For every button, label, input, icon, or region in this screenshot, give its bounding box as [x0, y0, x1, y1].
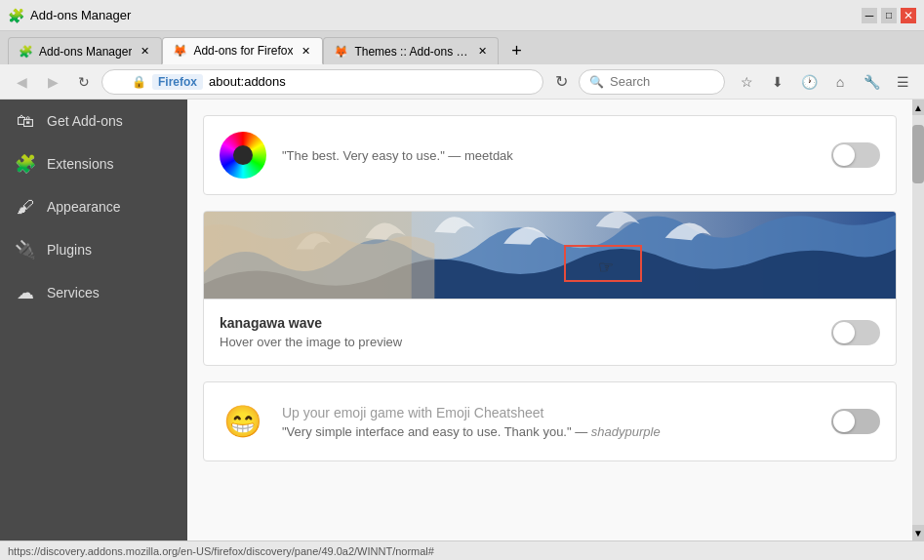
status-url: https://discovery.addons.mozilla.org/en-…: [8, 545, 434, 557]
color-wheel-inner: [233, 145, 253, 165]
tab-close-2[interactable]: ✕: [299, 44, 312, 58]
sidebar-item-plugins[interactable]: 🔌 Plugins: [0, 228, 187, 271]
addon-card-2: ☞ kanagawa wave Hover over the image to …: [203, 211, 897, 366]
bookmarks-icon[interactable]: ☆: [733, 68, 760, 96]
toggle-thumb-1: [833, 144, 855, 166]
search-input[interactable]: [610, 74, 714, 89]
forward-button[interactable]: ▶: [39, 68, 66, 96]
tab-addons-manager[interactable]: 🧩 Add-ons Manager ✕: [8, 37, 162, 64]
toggle-thumb-2: [833, 322, 855, 343]
search-box: 🔍: [579, 69, 725, 95]
tab-close-3[interactable]: ✕: [477, 45, 489, 59]
sidebar: 🛍 Get Add-ons 🧩 Extensions 🖌 Appearance …: [0, 100, 187, 540]
content-area: "The best. Very easy to use." — meetdak: [187, 100, 912, 540]
reload-button[interactable]: ↻: [70, 68, 98, 96]
toggle-3[interactable]: [831, 409, 880, 434]
color-wheel-icon: [220, 132, 266, 179]
search-icon: 🔍: [589, 75, 604, 89]
window-title: Add-ons Manager: [30, 8, 131, 22]
addon-title-3: Up your emoji game with Emoji Cheatsheet: [282, 405, 816, 420]
nav-bar: ◀ ▶ ↻ 🔒 Firefox ↻ 🔍 ☆ ⬇ 🕐 ⌂ 🔧 ☰: [0, 64, 924, 100]
bag-icon: 🛍: [16, 111, 35, 131]
tab-icon: 🧩: [19, 45, 33, 59]
scrollbar-thumb[interactable]: [912, 125, 924, 183]
plugin-icon: 🔌: [16, 240, 35, 260]
emoji-icon: 😁: [220, 398, 266, 445]
firefox-badge: Firefox: [152, 74, 203, 90]
scroll-down-button[interactable]: ▼: [912, 525, 924, 540]
addon-desc-3: "Very simple interface and easy to use. …: [282, 424, 816, 439]
puzzle-icon: 🧩: [16, 154, 35, 174]
nav-icons: ☆ ⬇ 🕐 ⌂ 🔧 ☰: [733, 68, 916, 96]
menu-icon[interactable]: ☰: [889, 68, 916, 96]
url-bar[interactable]: 🔒 Firefox: [101, 69, 543, 95]
addon-info-2: kanagawa wave Hover over the image to pr…: [220, 315, 816, 349]
addon-quote-3: "Very simple interface and easy to use. …: [282, 424, 591, 439]
maximize-button[interactable]: □: [881, 8, 897, 23]
toggle-thumb-3: [833, 411, 855, 432]
addon-quote-1: "The best. Very easy to use." — meetdak: [282, 148, 816, 163]
tab-label: Add-ons Manager: [39, 45, 132, 59]
wave-svg: [204, 212, 896, 299]
reload-button-2[interactable]: ↻: [547, 68, 575, 96]
addon-card-1: "The best. Very easy to use." — meetdak: [203, 115, 897, 195]
tab-close-1[interactable]: ✕: [138, 45, 151, 59]
tab-icon-3: 🦊: [334, 45, 348, 59]
scrollbar: ▲ ▼: [912, 100, 924, 540]
addon-card-3: 😁 Up your emoji game with Emoji Cheatshe…: [203, 381, 897, 461]
minimize-button[interactable]: ─: [862, 8, 877, 23]
sidebar-item-appearance[interactable]: 🖌 Appearance: [0, 185, 187, 228]
new-tab-button[interactable]: +: [502, 37, 530, 64]
sidebar-label-plugins: Plugins: [47, 242, 92, 258]
tab-themes[interactable]: 🦊 Themes :: Add-ons fur Fi... ✕: [323, 37, 499, 64]
home-icon[interactable]: ⌂: [826, 68, 854, 96]
services-icon: ☁: [16, 283, 35, 302]
brush-icon: 🖌: [16, 197, 35, 217]
sidebar-label-services: Services: [47, 285, 100, 300]
status-bar: https://discovery.addons.mozilla.org/en-…: [0, 540, 924, 560]
scrollbar-track: [912, 115, 924, 525]
addon-header-2: kanagawa wave Hover over the image to pr…: [204, 300, 896, 365]
addon-title-2: kanagawa wave: [220, 315, 816, 331]
addon-header-3: 😁 Up your emoji game with Emoji Cheatshe…: [204, 382, 896, 460]
toggle-1[interactable]: [831, 142, 880, 168]
lock-icon: 🔒: [132, 75, 146, 89]
addon-subtitle-3: with Emoji Cheatsheet: [404, 405, 543, 420]
toggle-2[interactable]: [831, 320, 880, 345]
addon-info-1: "The best. Very easy to use." — meetdak: [282, 148, 816, 163]
addon-author-3: shadypurple: [591, 424, 661, 439]
addon-header-1: "The best. Very easy to use." — meetdak: [204, 116, 896, 194]
title-bar: 🧩 Add-ons Manager ─ □ ✕: [0, 0, 924, 31]
cursor-symbol: ☞: [598, 257, 614, 278]
tabs-bar: 🧩 Add-ons Manager ✕ 🦊 Add-ons for Firefo…: [0, 31, 924, 64]
back-button[interactable]: ◀: [8, 68, 35, 96]
tab-label-3: Themes :: Add-ons fur Fi...: [354, 45, 470, 59]
sidebar-item-extensions[interactable]: 🧩 Extensions: [0, 142, 187, 185]
sidebar-label-appearance: Appearance: [47, 199, 121, 215]
wave-banner: ☞: [204, 212, 896, 300]
downloads-icon[interactable]: ⬇: [764, 68, 791, 96]
addon-desc-2: Hover over the image to preview: [220, 335, 816, 349]
history-icon[interactable]: 🕐: [795, 68, 823, 96]
scroll-up-button[interactable]: ▲: [912, 100, 924, 115]
addon-info-3: Up your emoji game with Emoji Cheatsheet…: [282, 405, 816, 439]
sidebar-item-get-addons[interactable]: 🛍 Get Add-ons: [0, 100, 187, 142]
tab-label-2: Add-ons for Firefox: [193, 44, 293, 58]
addon-name-3: Up your emoji game: [282, 405, 404, 420]
tools-icon[interactable]: 🔧: [858, 68, 885, 96]
tab-addons-firefox[interactable]: 🦊 Add-ons for Firefox ✕: [162, 37, 323, 64]
sidebar-label-extensions: Extensions: [47, 156, 113, 172]
sidebar-label-get-addons: Get Add-ons: [47, 113, 123, 129]
tab-icon-2: 🦊: [173, 44, 187, 58]
url-input[interactable]: [209, 74, 513, 89]
main-content: 🛍 Get Add-ons 🧩 Extensions 🖌 Appearance …: [0, 100, 924, 540]
window-controls: ─ □ ✕: [862, 8, 916, 23]
close-button[interactable]: ✕: [901, 8, 916, 23]
sidebar-item-services[interactable]: ☁ Services: [0, 271, 187, 314]
